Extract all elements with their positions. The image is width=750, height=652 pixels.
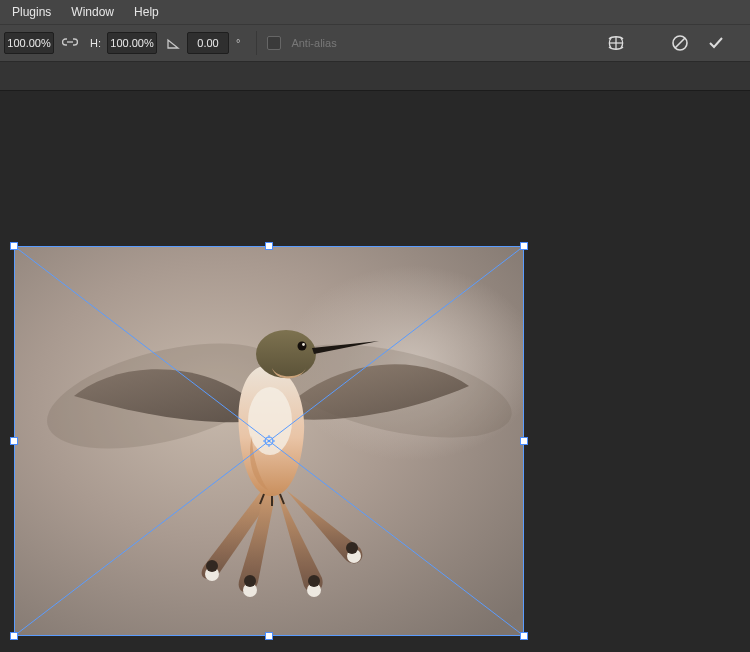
menu-plugins[interactable]: Plugins xyxy=(2,0,61,24)
antialias-label: Anti-alias xyxy=(291,37,336,49)
antialias-checkbox[interactable] xyxy=(267,36,281,50)
link-aspect-ratio-icon[interactable] xyxy=(60,33,80,53)
transform-handle-bottom-left[interactable] xyxy=(10,632,18,640)
svg-point-18 xyxy=(256,330,316,378)
menu-help[interactable]: Help xyxy=(124,0,169,24)
application-menu-bar: Plugins Window Help xyxy=(0,0,750,24)
scale-height-label: H: xyxy=(90,37,101,49)
svg-point-13 xyxy=(206,560,218,572)
rotation-input[interactable]: 0.00 xyxy=(187,32,229,54)
transform-handle-top-right[interactable] xyxy=(520,242,528,250)
degree-symbol: ° xyxy=(236,37,240,49)
transform-pivot-icon[interactable] xyxy=(263,435,275,447)
svg-point-16 xyxy=(346,542,358,554)
svg-point-14 xyxy=(244,575,256,587)
scale-width-input[interactable]: 100.00% xyxy=(4,32,54,54)
transform-handle-bottom-right[interactable] xyxy=(520,632,528,640)
svg-point-20 xyxy=(302,343,305,346)
cancel-transform-button[interactable] xyxy=(666,29,694,57)
commit-transform-button[interactable] xyxy=(702,29,730,57)
transform-handle-middle-right[interactable] xyxy=(520,437,528,445)
transform-handle-bottom-middle[interactable] xyxy=(265,632,273,640)
svg-line-4 xyxy=(675,38,685,48)
transform-handle-top-left[interactable] xyxy=(10,242,18,250)
svg-point-19 xyxy=(298,342,307,351)
options-divider xyxy=(256,31,257,55)
transform-handle-middle-left[interactable] xyxy=(10,437,18,445)
rotation-angle-icon xyxy=(165,35,181,51)
warp-mode-toggle-icon[interactable] xyxy=(602,29,630,57)
svg-point-29 xyxy=(268,440,271,443)
menu-window[interactable]: Window xyxy=(61,0,124,24)
transform-options-bar: 100.00% H: 100.00% 0.00 ° Anti-alias xyxy=(0,24,750,62)
document-tab-strip xyxy=(0,62,750,91)
canvas-workspace[interactable] xyxy=(0,91,750,652)
svg-point-15 xyxy=(308,575,320,587)
scale-height-input[interactable]: 100.00% xyxy=(107,32,157,54)
transform-handle-top-middle[interactable] xyxy=(265,242,273,250)
